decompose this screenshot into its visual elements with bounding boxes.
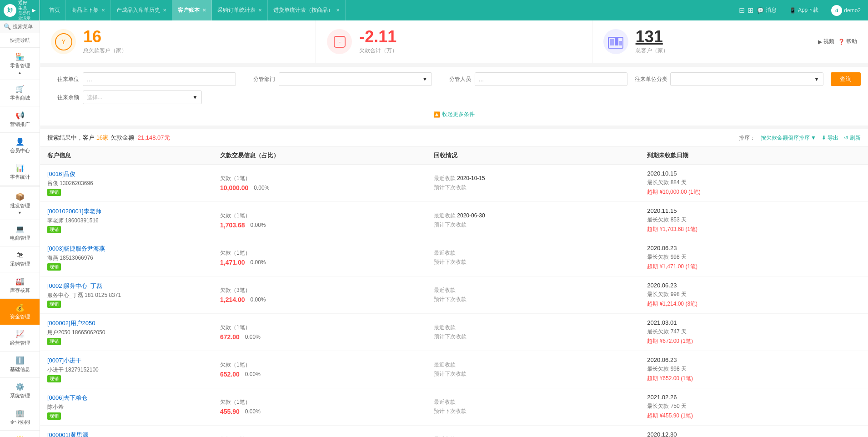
tab-product-history[interactable]: 产成品入库单历史 ✕	[111, 0, 172, 20]
refresh-label: 刷新	[850, 134, 861, 142]
dept-label: 分管部门	[243, 75, 275, 83]
tab-customer-account[interactable]: 客户账本 ✕	[172, 0, 212, 20]
export-button[interactable]: ⬇ 导出	[822, 134, 838, 142]
quick-nav[interactable]: 快捷导航	[0, 33, 40, 48]
customer-name-6[interactable]: [0006]去下粮仓	[47, 394, 220, 402]
table-row: [0001020001]李老师 李老师 18600391516 现销 欠款（1笔…	[40, 202, 868, 239]
tab-inventory-stats[interactable]: 进货单统计表（按商品） ✕	[268, 0, 346, 20]
logo-expand-icon[interactable]: ▶	[32, 8, 36, 13]
overdue-amount-0[interactable]: 超期 ¥10,000.00 (1笔)	[647, 188, 861, 196]
sidebar-item-inventory[interactable]: 🏭 库存核算	[0, 272, 40, 299]
overdue-days-5: 最长欠款 998 天	[647, 365, 861, 373]
sidebar-item-member[interactable]: 👤 会员中心	[0, 133, 40, 159]
recovery-next-label-1: 预计下次收款	[434, 221, 467, 228]
debt-count-1: 欠款（1笔）	[220, 212, 434, 220]
overdue-amount-2[interactable]: 超期 ¥1,471.00 (1笔)	[647, 263, 861, 271]
tab-close-icon[interactable]: ✕	[336, 8, 340, 13]
recovery-latest-1: 最近收款 2020-06-30	[434, 212, 647, 220]
user-name: demo2	[844, 7, 861, 14]
sidebar-item-ecommerce[interactable]: 💻 电商管理	[0, 220, 40, 246]
svg-text:-: -	[338, 38, 341, 45]
customer-info-5: [0007]小进干 小进干 18279152100 现销	[47, 357, 220, 382]
sidebar-item-retail-mgmt[interactable]: 🏪 零售管理 ▲	[0, 48, 40, 80]
sidebar-item-newbie[interactable]: 🌟 新手引导	[0, 431, 40, 437]
debt-info-3: 欠款（3笔） 1,214.00 0.00%	[220, 286, 434, 303]
ops-mgmt-icon: 📈	[15, 330, 25, 338]
sidebar-item-retail-stats[interactable]: 📊 零售统计	[0, 159, 40, 186]
customer-name-5[interactable]: [0007]小进干	[47, 357, 220, 365]
refresh-icon: ↺	[844, 135, 848, 141]
svg-rect-6	[615, 37, 618, 45]
video-btn[interactable]: ▶ 视频	[818, 38, 834, 45]
customer-name-3[interactable]: [0002]服务中心_丁磊	[47, 282, 220, 290]
balance-select[interactable]: 选择... ▼	[83, 90, 202, 104]
tab-close-icon[interactable]: ✕	[202, 8, 206, 13]
customer-name-2[interactable]: [0003]畅捷服务尹海燕	[47, 245, 220, 253]
sidebar-item-label: 资金管理	[10, 313, 30, 320]
collapse-button[interactable]: 🔼 收起更多条件	[433, 111, 475, 118]
customer-name-7[interactable]: [000001]黄思源	[47, 431, 220, 437]
sidebar-item-batch-mgmt[interactable]: 📦 批发管理 ▼	[0, 188, 40, 220]
app-download-icon: 📱	[789, 7, 796, 14]
newbie-icon: 🌟	[15, 435, 25, 437]
customer-phone-6: 陈小希	[47, 403, 220, 411]
sidebar-item-basic-info[interactable]: ℹ️ 基础信息	[0, 352, 40, 378]
recovery-next-label-2: 预计下次收款	[434, 259, 467, 265]
tab-close-icon[interactable]: ✕	[101, 8, 105, 13]
message-btn[interactable]: 💬 消息	[753, 5, 780, 16]
source-unit-input[interactable]: ...	[83, 72, 236, 86]
debt-row-2: 1,471.00 0.00%	[220, 259, 434, 266]
export-label: 导出	[828, 134, 838, 142]
main-area: 首页 商品上下架 ✕ 产成品入库单历史 ✕ 客户账本 ✕ 采购订单统计表 ✕ 进…	[40, 0, 868, 437]
customer-name-0[interactable]: [0016]吕俊	[47, 170, 220, 178]
customer-info-0: [0016]吕俊 吕俊 13026203696 现销	[47, 170, 220, 196]
tab-purchase-order[interactable]: 采购订单统计表 ✕	[212, 0, 268, 20]
user-btn[interactable]: d demo2	[828, 3, 864, 18]
overdue-days-0: 最长欠款 884 天	[647, 179, 861, 186]
tab-home[interactable]: 首页	[44, 0, 66, 20]
sidebar-item-retail-mall[interactable]: 🛒 零售商城	[0, 80, 40, 106]
minimize-icon[interactable]: ⊟	[739, 6, 745, 15]
unit-class-label: 往来单位分类	[635, 75, 667, 83]
total-customers-label: 总客户（家）	[636, 47, 811, 55]
overdue-amount-4[interactable]: 超期 ¥672.00 (1笔)	[647, 337, 861, 345]
overdue-amount-3[interactable]: 超期 ¥1,214.00 (3笔)	[647, 300, 861, 308]
recovery-next-1: 预计下次收款	[434, 221, 647, 229]
manager-input[interactable]: ...	[475, 72, 628, 86]
overdue-date-0: 2020.10.15	[647, 170, 861, 177]
debt-amount-3: 1,214.00	[220, 296, 245, 303]
tab-products-off[interactable]: 商品上下架 ✕	[66, 0, 111, 20]
tab-close-icon[interactable]: ✕	[163, 8, 166, 13]
customer-tag-0: 现销	[47, 189, 61, 196]
overdue-amount-1[interactable]: 超期 ¥1,703.68 (1笔)	[647, 226, 861, 233]
help-btn[interactable]: ❓ 帮助	[838, 38, 857, 45]
customer-name-1[interactable]: [0001020001]李老师	[47, 207, 220, 216]
recovery-next-4: 预计下次收款	[434, 333, 647, 341]
app-download-btn[interactable]: 📱 App下载	[786, 5, 822, 16]
batch-mgmt-icon: 📦	[15, 192, 25, 201]
sort-value[interactable]: 按欠款金额倒序排序 ▼	[761, 134, 816, 142]
debt-amount-4: 672.00	[220, 333, 240, 341]
maximize-icon[interactable]: ⊞	[748, 6, 753, 15]
sidebar-item-enterprise[interactable]: 🏢 企业协同	[0, 404, 40, 431]
collapse-row: 🔼 收起更多条件	[47, 109, 861, 120]
sidebar-item-purchase[interactable]: 🛍 采购管理	[0, 246, 40, 272]
recovery-info-2: 最近收款 预计下次收款	[434, 249, 647, 266]
sidebar-item-ops-mgmt[interactable]: 📈 经营管理	[0, 325, 40, 352]
sidebar-item-marketing[interactable]: 📢 营销推广	[0, 106, 40, 133]
sidebar-item-system[interactable]: ⚙️ 系统管理	[0, 378, 40, 404]
overdue-amount-5[interactable]: 超期 ¥652.00 (1笔)	[647, 375, 861, 382]
tab-close-icon[interactable]: ✕	[258, 8, 262, 13]
unit-class-select[interactable]: ▼	[670, 72, 823, 86]
refresh-button[interactable]: ↺ 刷新	[844, 134, 861, 142]
recovery-latest-date-0: 2020-10-15	[457, 175, 485, 181]
stat-help: ▶ 视频 ❓ 帮助	[818, 38, 857, 45]
query-button[interactable]: 查询	[831, 72, 861, 86]
dept-select[interactable]: ▼	[279, 72, 432, 86]
inventory-icon: 🏭	[15, 277, 25, 286]
col-header-overdue: 到期未收款日期	[647, 151, 861, 160]
overdue-amount-6[interactable]: 超期 ¥455.90 (1笔)	[647, 412, 861, 420]
customer-name-4[interactable]: [000002]用户2050	[47, 319, 220, 327]
sidebar-item-finance[interactable]: 💰 资金管理	[0, 299, 40, 325]
recovery-latest-label-4: 最近收款	[434, 324, 456, 331]
